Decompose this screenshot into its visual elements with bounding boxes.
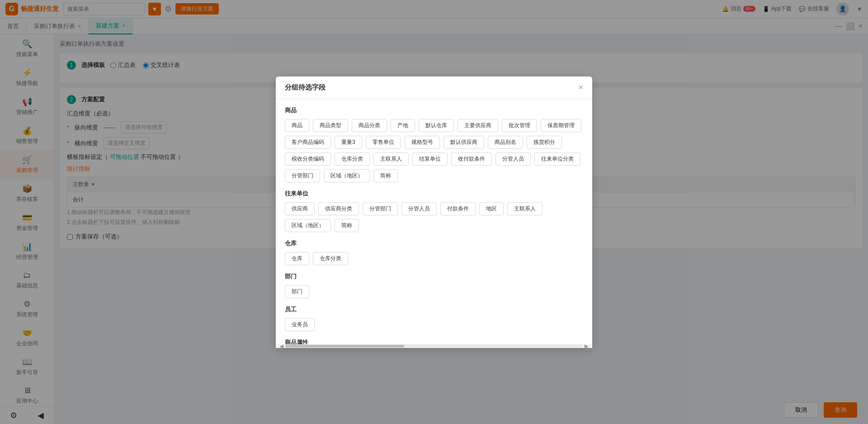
field-tag[interactable]: 简称 xyxy=(373,169,398,182)
field-tag[interactable]: 产地 xyxy=(391,119,415,132)
field-group-仓库: 仓库仓库分类 xyxy=(285,252,583,265)
field-tag[interactable]: 仓库 xyxy=(285,252,309,265)
modal-title: 分组待选字段 xyxy=(285,83,326,92)
field-group-商品: 商品商品类型商品分类产地默认仓库主要供应商批次管理保质期管理客户商品编码重量3零… xyxy=(285,119,583,182)
field-tag[interactable]: 业务员 xyxy=(285,318,315,331)
section-title-往来单位: 往来单位 xyxy=(285,190,583,198)
field-tag[interactable]: 供应商 xyxy=(285,202,315,215)
field-tag[interactable]: 批次管理 xyxy=(502,119,537,132)
field-tag[interactable]: 商品分类 xyxy=(352,119,387,132)
field-tag[interactable]: 区域（地区） xyxy=(285,219,331,232)
field-tag[interactable]: 保质期管理 xyxy=(541,119,581,132)
scrollbar-track xyxy=(285,345,583,348)
section-title-员工: 员工 xyxy=(285,305,583,314)
field-tag[interactable]: 主要供应商 xyxy=(458,119,498,132)
field-tag[interactable]: 供应商分类 xyxy=(318,202,359,215)
field-tag[interactable]: 规格型号 xyxy=(405,136,440,149)
modal-horizontal-scrollbar[interactable]: ◀ ▶ xyxy=(276,344,592,348)
field-tag[interactable]: 拣货积分 xyxy=(527,136,562,149)
modal-close-button[interactable]: × xyxy=(578,83,583,92)
field-tag[interactable]: 主联系人 xyxy=(507,202,542,215)
field-tag[interactable]: 部门 xyxy=(285,285,309,298)
field-group-往来单位: 供应商供应商分类分管部门分管人员付款条件地区主联系人区域（地区）简称 xyxy=(285,202,583,232)
scroll-left-arrow[interactable]: ◀ xyxy=(278,343,285,349)
section-title-部门: 部门 xyxy=(285,272,583,281)
field-tag[interactable]: 重量3 xyxy=(335,136,362,149)
section-title-商品: 商品 xyxy=(285,106,583,114)
modal: 分组待选字段 × 商品商品商品类型商品分类产地默认仓库主要供应商批次管理保质期管… xyxy=(276,76,592,348)
field-tag[interactable]: 默认供应商 xyxy=(443,136,484,149)
field-tag[interactable]: 地区 xyxy=(479,202,504,215)
modal-header: 分组待选字段 × xyxy=(276,76,592,99)
field-tag[interactable]: 零售单位 xyxy=(366,136,401,149)
field-tag[interactable]: 默认仓库 xyxy=(419,119,454,132)
field-tag[interactable]: 主联系人 xyxy=(373,152,409,166)
field-tag[interactable]: 结算单位 xyxy=(412,152,448,166)
field-tag[interactable]: 商品别名 xyxy=(488,136,523,149)
field-tag[interactable]: 税收分类编码 xyxy=(285,152,331,166)
field-tag[interactable]: 区域（地区） xyxy=(324,169,370,182)
modal-body: 商品商品商品类型商品分类产地默认仓库主要供应商批次管理保质期管理客户商品编码重量… xyxy=(276,99,592,344)
section-title-仓库: 仓库 xyxy=(285,239,583,248)
scroll-right-arrow[interactable]: ▶ xyxy=(583,343,590,349)
field-tag[interactable]: 分管人员 xyxy=(495,152,531,166)
field-tag[interactable]: 客户商品编码 xyxy=(285,136,331,149)
field-tag[interactable]: 分管人员 xyxy=(401,202,437,215)
section-title-商品属性: 商品属性 xyxy=(285,338,583,344)
modal-overlay: 分组待选字段 × 商品商品商品类型商品分类产地默认仓库主要供应商批次管理保质期管… xyxy=(0,0,868,424)
field-tag[interactable]: 仓库分类 xyxy=(335,152,370,166)
field-tag[interactable]: 往来单位分类 xyxy=(534,152,580,166)
field-tag[interactable]: 商品 xyxy=(285,119,309,132)
field-tag[interactable]: 商品类型 xyxy=(313,119,348,132)
field-tag[interactable]: 付款条件 xyxy=(440,202,476,215)
field-tag[interactable]: 仓库分类 xyxy=(313,252,348,265)
field-tag[interactable]: 简称 xyxy=(335,219,359,232)
field-tag[interactable]: 分管部门 xyxy=(363,202,398,215)
field-tag[interactable]: 收付款条件 xyxy=(451,152,492,166)
field-tag[interactable]: 分管部门 xyxy=(285,169,320,182)
scrollbar-thumb xyxy=(285,345,404,348)
field-group-员工: 业务员 xyxy=(285,318,583,331)
field-group-部门: 部门 xyxy=(285,285,583,298)
